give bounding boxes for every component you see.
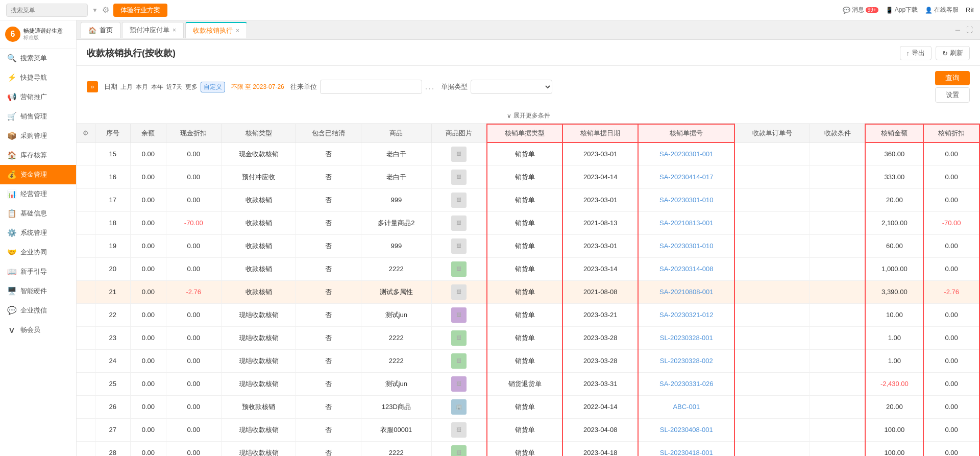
- sidebar-item-purchase[interactable]: 📦 采购管理: [0, 126, 76, 146]
- cell-include-settled: 否: [296, 234, 361, 257]
- query-btn[interactable]: 查询: [935, 71, 970, 85]
- cell-balance: 0.00: [131, 349, 166, 372]
- tab-home[interactable]: 🏠 首页: [81, 22, 120, 38]
- bill-no-link[interactable]: SL-20230328-001: [660, 334, 713, 342]
- industry-btn[interactable]: 体验行业方案: [113, 4, 167, 17]
- search-input[interactable]: [6, 4, 88, 17]
- date-opt-last-month[interactable]: 上月: [120, 83, 133, 91]
- window-minimize-icon[interactable]: ─: [952, 26, 963, 34]
- sidebar-item-sales[interactable]: 🛒 销售管理: [0, 107, 76, 126]
- expand-more-link[interactable]: ∨ 展开更多条件: [507, 111, 550, 120]
- cell-cancel-bill-no[interactable]: SA-20230414-017: [638, 165, 734, 188]
- service-label: 在线客服: [934, 6, 959, 14]
- sidebar-item-member[interactable]: V 畅会员: [0, 320, 76, 340]
- col-settings[interactable]: ⚙: [77, 124, 95, 142]
- sidebar-item-marketing[interactable]: 📢 营销推广: [0, 87, 76, 107]
- bill-no-link[interactable]: ABC-001: [673, 403, 700, 411]
- bill-no-link[interactable]: SA-20210808-001: [659, 288, 714, 296]
- cell-cancel-bill-no[interactable]: SA-20230321-012: [638, 303, 734, 326]
- unit-dots-btn[interactable]: ...: [425, 82, 435, 91]
- cell-cancel-bill-no[interactable]: SA-20230301-001: [638, 142, 734, 165]
- cell-product: 老白干: [361, 165, 431, 188]
- sidebar-item-basic-info[interactable]: 📋 基础信息: [0, 204, 76, 223]
- sidebar-item-quick-nav[interactable]: ⚡ 快捷导航: [0, 68, 76, 87]
- sidebar-item-wechat[interactable]: 💬 企业微信: [0, 301, 76, 320]
- sidebar-item-finance[interactable]: 💰 资金管理: [0, 165, 76, 184]
- window-maximize-icon[interactable]: ⛶: [963, 26, 976, 34]
- cell-cancel-bill-no[interactable]: SA-20230331-026: [638, 372, 734, 395]
- tab-prepaid-close[interactable]: ×: [173, 27, 176, 34]
- export-btn[interactable]: ↑ 导出: [900, 46, 932, 60]
- sidebar-item-label: 企业协同: [20, 248, 47, 257]
- cell-cancel-bill-no[interactable]: SL-20230328-001: [638, 326, 734, 349]
- product-image: 🖼: [451, 422, 467, 438]
- bill-no-link[interactable]: SA-20230331-026: [659, 380, 714, 388]
- bill-no-link[interactable]: SA-20210813-001: [659, 219, 714, 227]
- date-opt-custom[interactable]: 自定义: [201, 82, 225, 92]
- cell-include-settled: 否: [296, 165, 361, 188]
- sidebar-item-system[interactable]: ⚙️ 系统管理: [0, 223, 76, 243]
- sidebar-item-guide[interactable]: 📖 新手引导: [0, 262, 76, 281]
- message-btn[interactable]: 💬 消息 99+: [843, 6, 878, 14]
- cell-receipt-order-no: [734, 211, 810, 234]
- cell-cancel-bill-no[interactable]: SA-20210813-001: [638, 211, 734, 234]
- table-container[interactable]: ⚙ 序号 余额 现金折扣 核销类型 包含已结清 商品 商品图片 核销单据类型 核…: [77, 124, 980, 456]
- date-range: 不限 至 2023-07-26: [231, 83, 284, 91]
- cell-cancel-bill-no[interactable]: SA-20230314-008: [638, 257, 734, 280]
- cell-no: 22: [95, 303, 131, 326]
- cell-cancel-amount: 1.00: [865, 326, 923, 349]
- sidebar-item-collab[interactable]: 🤝 企业协同: [0, 243, 76, 262]
- service-btn[interactable]: 👤 在线客服: [925, 6, 959, 14]
- sidebar-item-hardware[interactable]: 🖥️ 智能硬件: [0, 281, 76, 301]
- cell-cancel-bill-no[interactable]: SL-20230418-001: [638, 441, 734, 456]
- sidebar-item-inventory[interactable]: 🏠 库存核算: [0, 146, 76, 165]
- cell-cancel-bill-no[interactable]: SA-20210808-001: [638, 280, 734, 303]
- bill-type-select[interactable]: [471, 80, 552, 94]
- bill-no-link[interactable]: SA-20230314-008: [659, 265, 714, 273]
- message-label: 消息: [852, 6, 864, 14]
- app-download-btn[interactable]: 📱 App下载: [886, 6, 918, 14]
- cell-cancel-bill-date: 2022-04-14: [562, 395, 638, 418]
- cell-cancel-bill-no[interactable]: SL-20230328-002: [638, 349, 734, 372]
- sidebar-item-management[interactable]: 📊 经营管理: [0, 184, 76, 204]
- bill-no-link[interactable]: SA-20230301-010: [659, 196, 714, 204]
- cell-cancel-bill-no[interactable]: SL-20230408-001: [638, 418, 734, 441]
- bill-type-label: 单据类型: [441, 82, 468, 91]
- tab-receipt-cancel[interactable]: 收款核销执行 ×: [185, 22, 247, 38]
- cell-cancel-bill-no[interactable]: SA-20230301-010: [638, 188, 734, 211]
- sidebar-item-label: 智能硬件: [20, 286, 47, 296]
- bill-no-link[interactable]: SL-20230408-001: [660, 426, 713, 434]
- tab-prepaid[interactable]: 预付冲应付单 ×: [122, 22, 184, 38]
- bill-no-link[interactable]: SA-20230301-010: [659, 242, 714, 250]
- service-icon: 👤: [925, 7, 933, 14]
- bill-no-link[interactable]: SL-20230328-002: [660, 357, 713, 365]
- cell-receipt-cond: [810, 395, 866, 418]
- bill-no-link[interactable]: SA-20230321-012: [659, 311, 714, 319]
- cell-cancel-bill-no[interactable]: ABC-001: [638, 395, 734, 418]
- cell-receipt-cond: [810, 349, 866, 372]
- cell-settings: [77, 326, 95, 349]
- cell-product-img: 🖼: [431, 303, 487, 326]
- date-opt-this-year[interactable]: 本年: [151, 83, 163, 91]
- gear-icon[interactable]: ⚙: [102, 5, 109, 15]
- date-opt-7days[interactable]: 近7天: [166, 83, 182, 91]
- tab-receipt-close[interactable]: ×: [236, 27, 239, 34]
- cell-receipt-cond: [810, 303, 866, 326]
- bill-no-link[interactable]: SA-20230301-001: [659, 150, 714, 158]
- export-label: 导出: [912, 49, 925, 58]
- bill-no-link[interactable]: SL-20230418-001: [660, 449, 713, 456]
- product-image: 🖼: [451, 215, 467, 231]
- expand-btn[interactable]: »: [87, 81, 98, 92]
- cell-cancel-bill-no[interactable]: SA-20230301-010: [638, 234, 734, 257]
- cell-receipt-cond: [810, 280, 866, 303]
- cell-cancel-bill-date: 2023-03-31: [562, 372, 638, 395]
- cell-receipt-order-no: [734, 303, 810, 326]
- unit-input[interactable]: [320, 80, 422, 94]
- cell-settings: [77, 349, 95, 372]
- refresh-btn[interactable]: ↻ 刷新: [936, 46, 970, 60]
- date-opt-this-month[interactable]: 本月: [136, 83, 148, 91]
- filter-settings-btn[interactable]: 设置: [935, 87, 970, 103]
- bill-no-link[interactable]: SA-20230414-017: [659, 173, 714, 181]
- sidebar-item-search[interactable]: 🔍 搜索菜单: [0, 49, 76, 68]
- date-opt-more[interactable]: 更多: [185, 83, 198, 91]
